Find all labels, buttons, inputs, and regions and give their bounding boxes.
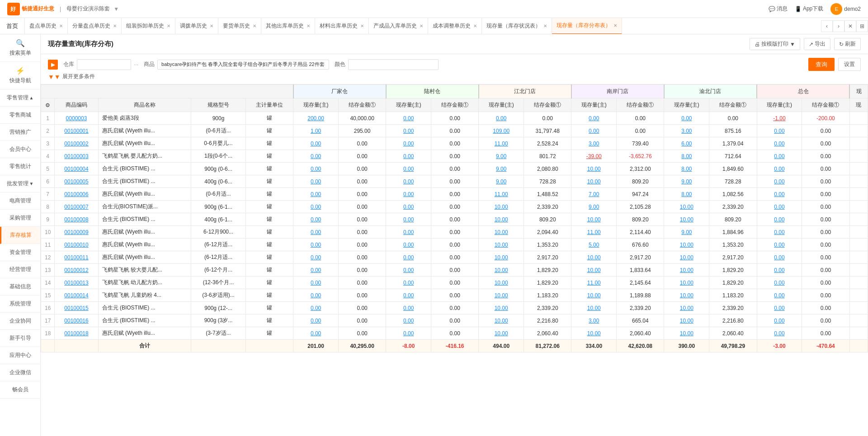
product-input[interactable] [157, 60, 329, 70]
cell-ck1-qty[interactable]: 0.00 [293, 188, 339, 201]
close-tab-qita[interactable]: ✕ [307, 23, 310, 28]
app-download-btn[interactable]: 📱 App下载 [795, 5, 823, 13]
cell-zc-qty[interactable]: 0.00 [757, 314, 802, 327]
cell-yb-qty[interactable]: 9.00 [664, 175, 709, 188]
cell-jb-qty[interactable]: 10.00 [479, 264, 524, 277]
cell-na-qty[interactable]: 10.00 [571, 251, 617, 264]
cell-ck2-qty[interactable]: 0.00 [386, 112, 431, 125]
cell-jb-qty[interactable]: 9.00 [479, 175, 524, 188]
cell-na-qty[interactable]: 0.00 [571, 112, 617, 125]
cell-ck1-qty[interactable]: 0.00 [293, 137, 339, 150]
sidebar-item-wholesale[interactable]: 批发管理 ▼ [0, 175, 40, 192]
sidebar-item-basic[interactable]: 基础信息 [0, 278, 40, 295]
tab-fenpandian[interactable]: 分量盘点单历史 ✕ [68, 18, 122, 34]
cell-ck2-qty[interactable]: 0.00 [386, 314, 431, 327]
filter-toggle[interactable]: ▶ [48, 60, 58, 70]
cell-yb-qty[interactable]: 10.00 [664, 201, 709, 213]
close-tab-diaob[interactable]: ✕ [210, 23, 213, 28]
cell-jb-qty[interactable]: 10.00 [479, 201, 524, 213]
cell-ck1-qty[interactable]: 0.00 [293, 302, 339, 314]
cell-zc-qty[interactable]: 0.00 [757, 289, 802, 302]
cell-jb-qty[interactable]: 109.00 [479, 125, 524, 137]
cell-zc-qty[interactable]: 0.00 [757, 213, 802, 226]
sidebar-item-operation[interactable]: 经营管理 [0, 261, 40, 278]
cell-zc-qty[interactable]: 0.00 [757, 125, 802, 137]
cell-yb-qty[interactable]: 10.00 [664, 264, 709, 277]
cell-yb-qty[interactable]: 10.00 [664, 277, 709, 289]
cell-jb-qty[interactable]: 10.00 [479, 239, 524, 251]
cell-ck1-qty[interactable]: 0.00 [293, 264, 339, 277]
setting-btn[interactable]: 设置 [838, 58, 861, 71]
tab-yaohuo[interactable]: 要货单历史 ✕ [218, 18, 261, 34]
refresh-btn[interactable]: ↻ 刷新 [834, 38, 861, 50]
cell-ck1-qty[interactable]: 0.00 [293, 251, 339, 264]
cell-zc-qty[interactable]: 0.00 [757, 137, 802, 150]
dropdown-label[interactable]: 母婴行业演示陈套 [66, 5, 110, 13]
cell-yb-qty[interactable]: 10.00 [664, 302, 709, 314]
close-tab-cailiao[interactable]: ✕ [360, 23, 364, 28]
cell-yb-qty[interactable]: 8.00 [664, 150, 709, 163]
sidebar-item-appcenter[interactable]: 应用中心 [0, 347, 40, 364]
cell-na-qty[interactable]: 10.00 [571, 213, 617, 226]
export-btn[interactable]: ↗ 导出 [804, 38, 830, 50]
cell-zc-qty[interactable]: 0.00 [757, 264, 802, 277]
cell-zc-qty[interactable]: 0.00 [757, 251, 802, 264]
cell-ck1-qty[interactable]: 200.00 [293, 112, 339, 125]
sidebar-item-guide[interactable]: 新手引导 [0, 330, 40, 347]
th-settings[interactable]: ⚙ [41, 98, 55, 112]
close-tab-yaohuo[interactable]: ✕ [253, 23, 256, 28]
cell-na-qty[interactable]: 10.00 [571, 175, 617, 188]
cell-na-qty[interactable]: 10.00 [571, 289, 617, 302]
tab-qita[interactable]: 其他出库单历史 ✕ [261, 18, 315, 34]
close-tab-chengpin[interactable]: ✕ [420, 23, 423, 28]
cell-zc-qty[interactable]: 0.00 [757, 302, 802, 314]
sidebar-item-member[interactable]: 会员中心 [0, 141, 40, 158]
sidebar-item-ecommerce[interactable]: 电商管理 [0, 192, 40, 210]
sidebar-item-inventory[interactable]: 库存核算 [0, 227, 40, 244]
cell-ck1-qty[interactable]: 0.00 [293, 314, 339, 327]
tab-kucun-status[interactable]: 现存量（库存状况表） ✕ [482, 18, 552, 34]
tab-chenben[interactable]: 成本调整单历史 ✕ [428, 18, 482, 34]
cell-zc-qty[interactable]: 0.00 [757, 277, 802, 289]
cell-ck1-qty[interactable]: 1.00 [293, 125, 339, 137]
cell-zc-qty[interactable]: 0.00 [757, 188, 802, 201]
dropdown-arrow[interactable]: ▼ [113, 6, 119, 12]
cell-ck2-qty[interactable]: 0.00 [386, 150, 431, 163]
cell-ck2-qty[interactable]: 0.00 [386, 226, 431, 239]
cell-yb-qty[interactable]: 6.00 [664, 137, 709, 150]
sidebar-item-marketing[interactable]: 营销推广 [0, 124, 40, 141]
cell-yb-qty[interactable]: 10.00 [664, 327, 709, 340]
cell-jb-qty[interactable]: 0.00 [479, 112, 524, 125]
cell-jb-qty[interactable]: 10.00 [479, 226, 524, 239]
close-tab-zuzhuang[interactable]: ✕ [167, 23, 170, 28]
cell-jb-qty[interactable]: 10.00 [479, 251, 524, 264]
sidebar-item-vip[interactable]: 畅会员 [0, 381, 40, 398]
sidebar-item-search[interactable]: 🔍 搜索英单 [0, 34, 40, 62]
cell-jb-qty[interactable]: 10.00 [479, 314, 524, 327]
cell-ck1-qty[interactable]: 0.00 [293, 175, 339, 188]
sidebar-item-enterprise[interactable]: 企业协同 [0, 313, 40, 330]
cell-na-qty[interactable]: 9.00 [571, 201, 617, 213]
cell-ck2-qty[interactable]: 0.00 [386, 163, 431, 175]
cell-ck2-qty[interactable]: 0.00 [386, 137, 431, 150]
cell-ck2-qty[interactable]: 0.00 [386, 264, 431, 277]
query-btn[interactable]: 查询 [808, 58, 835, 71]
cell-na-qty[interactable]: 0.00 [571, 125, 617, 137]
cell-yb-qty[interactable]: 10.00 [664, 314, 709, 327]
close-tab-pandian[interactable]: ✕ [59, 23, 63, 28]
color-input[interactable] [348, 59, 439, 70]
sidebar-item-wechat[interactable]: 企业微信 [0, 364, 40, 381]
cell-jb-qty[interactable]: 10.00 [479, 327, 524, 340]
cell-na-qty[interactable]: 11.00 [571, 226, 617, 239]
cell-ck1-qty[interactable]: 0.00 [293, 213, 339, 226]
cell-jb-qty[interactable]: 10.00 [479, 277, 524, 289]
cell-na-qty[interactable]: 7.00 [571, 188, 617, 201]
cell-zc-qty[interactable]: 0.00 [757, 327, 802, 340]
close-tab-fenpandian[interactable]: ✕ [113, 23, 117, 28]
cell-zc-qty[interactable]: 0.00 [757, 239, 802, 251]
cell-zc-qty[interactable]: 0.00 [757, 163, 802, 175]
tab-chengpin[interactable]: 产成品入库单历史 ✕ [369, 18, 428, 34]
tab-expand-btn[interactable]: ⊞ [856, 20, 868, 32]
cell-yb-qty[interactable]: 0.00 [664, 112, 709, 125]
tab-zuzhuang[interactable]: 组装拆卸单历史 ✕ [122, 18, 175, 34]
